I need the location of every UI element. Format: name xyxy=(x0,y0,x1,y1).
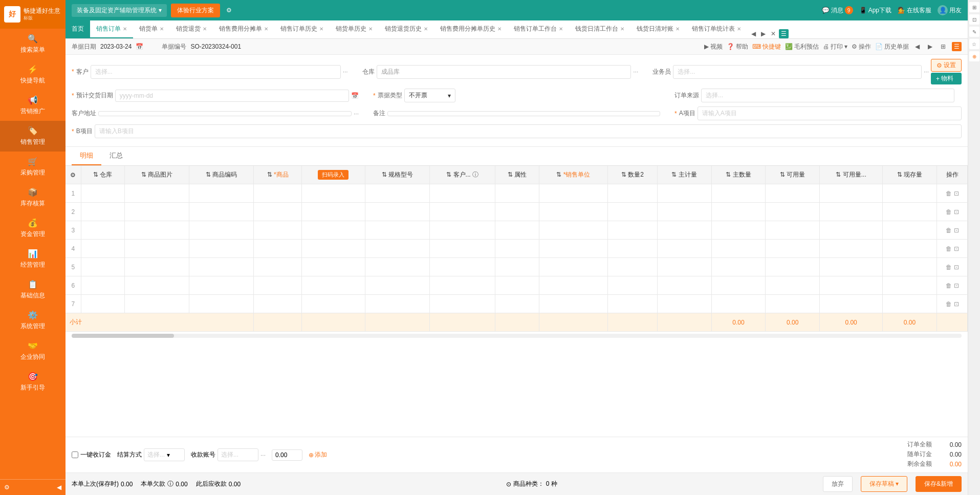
row-attribute[interactable] xyxy=(495,295,539,313)
row-warehouse[interactable] xyxy=(81,184,124,203)
row-product[interactable] xyxy=(254,258,301,276)
row-customer-code[interactable] xyxy=(429,203,495,221)
row-code[interactable] xyxy=(189,203,254,221)
row-code[interactable] xyxy=(189,295,254,313)
row-available2[interactable] xyxy=(820,203,883,221)
row-spec[interactable] xyxy=(365,258,429,276)
right-panel-btn-5[interactable]: ⊕ xyxy=(969,51,979,61)
delete-icon[interactable]: 🗑 xyxy=(946,190,952,197)
copy-icon[interactable]: ⊡ xyxy=(954,208,959,216)
row-main-qty[interactable] xyxy=(711,276,766,295)
row-qty2[interactable] xyxy=(607,240,657,258)
row-main-qty[interactable] xyxy=(711,203,766,221)
right-panel-btn-4[interactable]: ☆ xyxy=(969,39,979,49)
order-source-input[interactable]: 选择... xyxy=(701,89,954,102)
row-attribute[interactable] xyxy=(495,203,539,221)
sidebar-item-management[interactable]: 📊 经营管理 xyxy=(0,244,66,274)
copy-icon[interactable]: ⊡ xyxy=(954,264,959,271)
sidebar-item-marketing[interactable]: 📢 营销推广 xyxy=(0,90,66,121)
row-attribute[interactable] xyxy=(495,258,539,276)
right-panel-btn-3[interactable]: ✎ xyxy=(969,27,979,37)
prev-record-icon[interactable]: ◀ xyxy=(913,42,922,51)
row-spec[interactable] xyxy=(365,276,429,295)
row-qty2[interactable] xyxy=(607,258,657,276)
tab-close-icon[interactable]: ✕ xyxy=(559,26,563,32)
save-draft-btn[interactable]: 保存草稿 ▾ xyxy=(861,476,907,492)
salesman-input[interactable]: 选择... xyxy=(673,65,922,79)
tab-sales-note-history[interactable]: 销货单历史 ✕ xyxy=(330,20,379,38)
save-add-btn[interactable]: 保存&新增 xyxy=(916,476,962,492)
row-warehouse[interactable] xyxy=(81,221,124,240)
row-attribute[interactable] xyxy=(495,276,539,295)
row-code[interactable] xyxy=(189,276,254,295)
invoice-select[interactable]: 不开票 ▾ xyxy=(404,89,455,102)
row-product[interactable] xyxy=(254,221,301,240)
tab-prev-icon[interactable]: ◀ xyxy=(749,29,758,38)
user-avatar[interactable]: 👤 用友 xyxy=(938,5,962,15)
copy-icon[interactable]: ⊡ xyxy=(954,227,959,234)
tab-detail[interactable]: 明细 xyxy=(72,147,101,165)
row-main-unit[interactable] xyxy=(657,221,711,240)
row-spec[interactable] xyxy=(365,221,429,240)
row-image[interactable] xyxy=(124,203,189,221)
row-stock[interactable] xyxy=(883,258,937,276)
tab-home[interactable]: 首页 xyxy=(66,20,90,38)
row-code[interactable] xyxy=(189,184,254,203)
settings-icon[interactable]: ⚙ xyxy=(4,484,10,491)
copy-icon[interactable]: ⊡ xyxy=(954,190,959,197)
warehouse-more-icon[interactable]: ··· xyxy=(633,68,638,75)
industry-btn[interactable]: 体验行业方案 xyxy=(171,4,220,17)
row-product[interactable] xyxy=(254,184,301,203)
tab-close-icon[interactable]: ✕ xyxy=(203,26,207,32)
one-click-checkbox[interactable]: 一键收订金 xyxy=(72,450,111,459)
row-qty2[interactable] xyxy=(607,276,657,295)
row-unit[interactable] xyxy=(539,258,607,276)
warehouse-input[interactable]: 成品库 xyxy=(377,65,631,79)
calendar-icon[interactable]: 📅 xyxy=(136,43,143,50)
tab-close-all-icon[interactable]: ✕ xyxy=(769,29,778,38)
a-project-input[interactable]: 请输入A项目 xyxy=(698,106,962,120)
row-warehouse[interactable] xyxy=(81,240,124,258)
add-material-btn[interactable]: + 物料 xyxy=(931,73,962,84)
row-available[interactable] xyxy=(766,258,820,276)
delivery-input[interactable]: yyyy-mm-dd xyxy=(115,90,349,102)
sidebar-item-enterprise[interactable]: 🤝 企业协同 xyxy=(0,336,66,367)
salesman-more-icon[interactable]: ··· xyxy=(924,68,929,75)
tab-sales-stats[interactable]: 销售订单统计表 ✕ xyxy=(686,20,747,38)
copy-icon[interactable]: ⊡ xyxy=(954,282,959,289)
row-attribute[interactable] xyxy=(495,184,539,203)
row-unit[interactable] xyxy=(539,295,607,313)
next-record-icon[interactable]: ▶ xyxy=(926,42,934,51)
tab-daily-clear-workbench[interactable]: 钱货日清工作台 ✕ xyxy=(569,20,630,38)
tab-sales-order[interactable]: 销售订单 ✕ xyxy=(90,20,133,38)
row-product[interactable] xyxy=(254,295,301,313)
row-image[interactable] xyxy=(124,221,189,240)
row-spec[interactable] xyxy=(365,184,429,203)
row-image[interactable] xyxy=(124,184,189,203)
row-customer-code[interactable] xyxy=(429,221,495,240)
row-unit[interactable] xyxy=(539,184,607,203)
settings-btn[interactable]: ⚙ 设置 xyxy=(931,59,962,72)
row-product[interactable] xyxy=(254,276,301,295)
tab-close-icon[interactable]: ✕ xyxy=(319,26,323,32)
delete-icon[interactable]: 🗑 xyxy=(946,245,952,252)
row-available[interactable] xyxy=(766,221,820,240)
discard-btn[interactable]: 放弃 xyxy=(823,476,853,492)
sidebar-item-finance[interactable]: 💰 资金管理 xyxy=(0,213,66,244)
row-main-qty[interactable] xyxy=(711,295,766,313)
row-spec[interactable] xyxy=(365,240,429,258)
row-main-qty[interactable] xyxy=(711,221,766,240)
sidebar-item-search[interactable]: 🔍 搜索菜单 xyxy=(0,29,66,59)
sidebar-item-sales[interactable]: 🏷️ 销售管理 xyxy=(0,121,66,152)
row-available2[interactable] xyxy=(820,276,883,295)
customer-input[interactable]: 选择... xyxy=(91,65,341,79)
row-main-unit[interactable] xyxy=(657,203,711,221)
delete-icon[interactable]: 🗑 xyxy=(946,227,952,234)
row-available2[interactable] xyxy=(820,221,883,240)
row-stock[interactable] xyxy=(883,184,937,203)
app-download[interactable]: 📱 App下载 xyxy=(859,6,891,15)
copy-icon[interactable]: ⊡ xyxy=(954,300,959,308)
row-attribute[interactable] xyxy=(495,240,539,258)
row-code[interactable] xyxy=(189,258,254,276)
history-btn[interactable]: 📄 历史单据 xyxy=(875,42,909,51)
